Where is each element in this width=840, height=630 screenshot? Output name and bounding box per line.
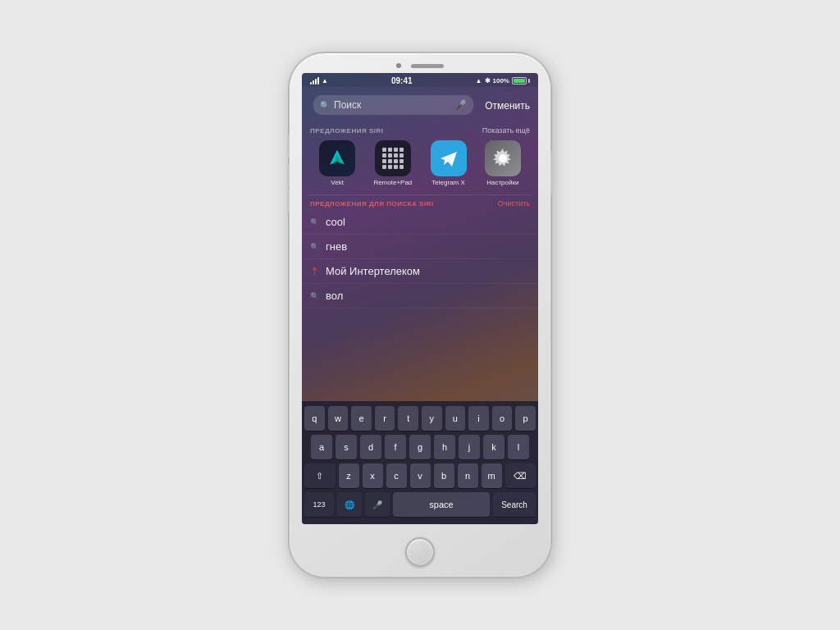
key-q[interactable]: q [304,406,325,431]
status-right: ▲ ✱ 100% [476,77,530,84]
key-u[interactable]: u [445,406,466,431]
key-x[interactable]: x [363,463,383,488]
app-telegram[interactable]: Telegram X [431,140,467,186]
suggestion-intertelekom[interactable]: 📍 Мой Интертелеком [302,259,538,284]
key-k[interactable]: k [483,435,504,459]
key-a[interactable]: a [311,435,332,459]
battery-body [512,77,527,84]
keyboard-row-1: q w e r t y u i o p [304,406,536,431]
key-c[interactable]: c [386,463,407,488]
suggestion-text-intertelekom: Мой Интертелеком [326,265,420,277]
key-v[interactable]: v [410,463,431,488]
signal-bar-3 [315,79,317,84]
key-g[interactable]: g [409,435,431,459]
app-icon-vekt [319,140,355,176]
search-placeholder: Поиск [334,99,450,111]
key-w[interactable]: w [328,406,349,431]
key-f[interactable]: f [385,435,406,459]
app-label-vekt: Vekt [331,179,344,186]
app-settings[interactable]: Настройки [485,140,521,186]
key-e[interactable]: e [351,406,372,431]
globe-key[interactable]: 🌐 [337,492,362,517]
suggestion-gnev[interactable]: 🔍 гнев [302,235,538,259]
key-i[interactable]: i [468,406,489,431]
suggestion-cool[interactable]: 🔍 cool [302,210,538,235]
app-label-settings: Настройки [486,179,518,186]
key-m[interactable]: m [482,463,502,488]
speaker-area [396,63,444,68]
location-icon-intertelekom: 📍 [310,267,319,276]
key-l[interactable]: l [508,435,529,459]
key-y[interactable]: y [422,406,442,431]
status-bar: ▲ 09:41 ▲ ✱ 100% [302,73,538,87]
earpiece-speaker [411,64,444,68]
keyboard-row-2: a s d f g h j k l [304,435,536,459]
signal-icon [310,78,319,84]
shift-key[interactable]: ⇧ [304,463,336,488]
location-icon: ▲ [476,77,482,84]
space-key[interactable]: space [393,492,490,517]
numbers-key[interactable]: 123 [304,492,334,517]
suggestion-text-vol: вол [326,290,343,302]
home-button-area [405,531,435,577]
suggestion-text-cool: cool [326,216,345,228]
suggestions-title: ПРЕДЛОЖЕНИЯ ДЛЯ ПОИСКА SIRI [310,200,434,208]
siri-section-title: ПРЕДЛОЖЕНИЯ SIRI [310,127,383,135]
app-vekt[interactable]: Vekt [319,140,355,186]
app-label-remote: Remote+Pad [373,179,412,186]
search-icon-gnev: 🔍 [310,243,319,251]
status-left: ▲ [310,77,328,84]
search-suggestions-section: ПРЕДЛОЖЕНИЯ ДЛЯ ПОИСКА SIRI Очистить 🔍 c… [302,195,538,401]
key-d[interactable]: d [360,435,381,459]
clock-display: 09:41 [391,76,413,85]
suggestion-text-gnev: гнев [326,240,347,253]
battery-indicator [512,77,530,84]
siri-suggestions-header: ПРЕДЛОЖЕНИЯ SIRI Показать ещё [302,123,538,137]
search-mic-icon[interactable]: 🎤 [454,99,467,111]
key-p[interactable]: p [515,406,536,431]
wifi-icon: ▲ [322,77,328,84]
key-t[interactable]: t [398,406,418,431]
key-o[interactable]: o [492,406,513,431]
key-b[interactable]: b [434,463,454,488]
key-h[interactable]: h [434,435,455,459]
key-s[interactable]: s [336,435,357,459]
cancel-button[interactable]: Отменить [485,100,530,112]
key-r[interactable]: r [375,406,395,431]
battery-percent: 100% [493,77,509,84]
mic-key[interactable]: 🎤 [365,492,390,517]
app-label-telegram: Telegram X [431,179,464,186]
key-j[interactable]: j [459,435,480,459]
app-icon-telegram [431,140,467,176]
keyboard-row-4: 123 🌐 🎤 space Search [304,492,536,517]
suggestions-header: ПРЕДЛОЖЕНИЯ ДЛЯ ПОИСКА SIRI Очистить [302,195,538,210]
battery-tip [528,79,530,83]
delete-key[interactable]: ⌫ [505,463,536,488]
search-icon-cool: 🔍 [310,218,319,226]
show-more-button[interactable]: Показать ещё [482,126,530,135]
phone-frame: ▲ 09:41 ▲ ✱ 100% � [289,52,551,578]
home-button[interactable] [405,537,435,567]
phone-screen: ▲ 09:41 ▲ ✱ 100% � [302,73,538,524]
search-bar[interactable]: 🔍 Поиск 🎤 [313,95,473,115]
clear-button[interactable]: Очистить [498,199,530,208]
bluetooth-icon: ✱ [485,77,491,84]
signal-bar-2 [313,80,314,84]
app-icon-remote [375,140,411,176]
signal-bar-1 [310,82,312,84]
keyboard: q w e r t y u i o p a s d f g [302,401,538,524]
battery-fill [514,79,525,83]
app-icon-settings [485,140,521,176]
suggestion-vol[interactable]: 🔍 вол [302,284,538,308]
key-n[interactable]: n [458,463,478,488]
search-key[interactable]: Search [493,492,536,517]
keyboard-row-3: ⇧ z x c v b n m ⌫ [304,463,536,488]
search-icon: 🔍 [320,101,330,110]
remote-grid [382,148,404,169]
search-icon-vol: 🔍 [310,292,319,300]
app-remote-pad[interactable]: Remote+Pad [373,140,412,186]
vekt-logo-svg [326,147,349,170]
siri-apps-row: Vekt Remote+Pad [302,137,538,194]
phone-top-bar [290,53,550,68]
key-z[interactable]: z [339,463,359,488]
